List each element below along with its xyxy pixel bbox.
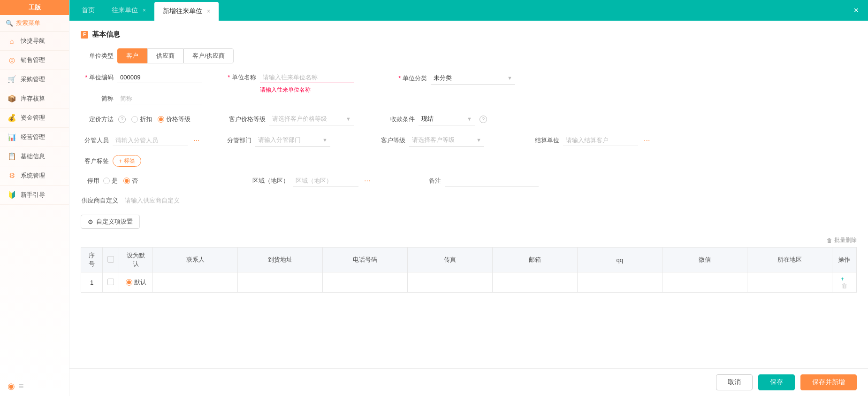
col-seq: 序号 — [81, 248, 103, 272]
fax-input[interactable] — [412, 279, 487, 286]
payment-help-icon[interactable]: ? — [480, 116, 487, 123]
address-input[interactable] — [243, 279, 318, 286]
cell-fax[interactable] — [407, 272, 492, 293]
user-icon[interactable]: ◉ — [8, 381, 15, 391]
custom-settings-button[interactable]: ⚙ 自定义项设置 — [81, 215, 140, 229]
sidebar-logo[interactable]: 工版 — [0, 0, 69, 15]
area-input[interactable] — [293, 175, 358, 186]
radio-no[interactable]: 否 — [123, 177, 138, 185]
disabled-radio-group: 是 否 — [103, 177, 138, 185]
tab-new-contact-close[interactable]: × — [207, 8, 210, 15]
department-label: 分管部门 — [223, 136, 251, 145]
unit-category-label: 单位分类 — [394, 74, 427, 83]
short-name-input[interactable] — [117, 93, 202, 104]
tab-contacts[interactable]: 往来单位 × — [103, 0, 154, 21]
supplier-custom-input[interactable] — [122, 195, 216, 206]
area-more-icon[interactable]: ··· — [362, 177, 372, 185]
wechat-input[interactable] — [667, 279, 742, 286]
tab-home[interactable]: 首页 — [73, 0, 103, 21]
supplier-custom-label: 供应商自定义 — [81, 196, 118, 205]
header-checkbox[interactable] — [107, 256, 114, 263]
sidebar-search[interactable]: 🔍 搜索菜单 — [0, 15, 69, 31]
cell-email[interactable] — [492, 272, 577, 293]
menu-icon[interactable]: ≡ — [19, 381, 24, 391]
sidebar-item-label: 快捷导航 — [21, 37, 45, 45]
unit-code-input[interactable] — [117, 72, 202, 83]
radio-price-level[interactable]: 价格等级 — [158, 115, 190, 124]
form-content: F 基本信息 单位类型 客户 供应商 客户/供应商 单位编码 单位名称 — [69, 21, 868, 368]
cell-address[interactable] — [238, 272, 323, 293]
sidebar-item-finance[interactable]: 💰 资金管理 — [0, 109, 69, 128]
row-checkbox[interactable] — [107, 279, 114, 285]
col-phone: 电话号码 — [323, 248, 408, 272]
sidebar-item-operation[interactable]: 📊 经营管理 — [0, 128, 69, 147]
unit-btn-supplier[interactable]: 供应商 — [147, 48, 183, 63]
phone-input[interactable] — [327, 279, 403, 286]
qq-input[interactable] — [582, 279, 657, 286]
unit-btn-both[interactable]: 客户/供应商 — [183, 48, 234, 63]
plus-icon: + — [119, 158, 122, 164]
cell-qq[interactable] — [577, 272, 662, 293]
pricing-help-icon[interactable]: ? — [118, 116, 126, 123]
sidebar-item-system[interactable]: ⚙ 系统管理 — [0, 166, 69, 186]
radio-price-level-circle — [158, 116, 164, 123]
area-cell-input[interactable] — [752, 279, 827, 286]
radio-yes[interactable]: 是 — [103, 177, 118, 185]
supplier-custom-group: 供应商自定义 — [81, 195, 216, 206]
add-tag-button[interactable]: + 标签 — [113, 155, 141, 167]
category-arrow-icon: ▼ — [507, 75, 512, 81]
save-new-button[interactable]: 保存并新增 — [800, 374, 857, 390]
cell-area[interactable] — [747, 272, 832, 293]
supplier-custom-row: 供应商自定义 — [81, 195, 857, 206]
cell-checkbox[interactable] — [103, 272, 119, 293]
section-basic-info: F 基本信息 — [81, 30, 857, 39]
radio-discount[interactable]: 折扣 — [131, 115, 152, 124]
sidebar-item-basic[interactable]: 📋 基础信息 — [0, 147, 69, 166]
row-default-radio[interactable]: 默认 — [124, 278, 148, 287]
cell-wechat[interactable] — [662, 272, 747, 293]
search-icon: 🔍 — [6, 20, 13, 27]
radio-yes-circle — [103, 178, 110, 184]
close-all-tabs[interactable]: × — [848, 6, 864, 16]
tab-bar: 首页 往来单位 × 新增往来单位 × × — [69, 0, 868, 21]
cancel-button[interactable]: 取消 — [716, 374, 753, 390]
remark-label: 备注 — [422, 177, 441, 185]
save-button[interactable]: 保存 — [758, 374, 795, 390]
department-group: 分管部门 请输入分管部门 ▼ — [223, 134, 355, 147]
table-row: 1 默认 — [81, 272, 857, 293]
settlement-group: 结算单位 ··· — [531, 135, 662, 146]
customer-level-select[interactable]: 请选择客户等级 ▼ — [409, 134, 484, 147]
cell-contact[interactable] — [153, 272, 238, 293]
remark-input[interactable] — [445, 175, 539, 186]
department-select[interactable]: 请输入分管部门 ▼ — [255, 134, 330, 147]
tab-contacts-close[interactable]: × — [143, 7, 146, 14]
settlement-input[interactable] — [563, 135, 638, 146]
contact-input[interactable] — [158, 279, 233, 286]
manager-input[interactable] — [113, 135, 188, 146]
remark-group: 备注 — [422, 175, 554, 186]
batch-delete-button[interactable]: 🗑 批量删除 — [827, 236, 857, 244]
unit-name-input[interactable] — [260, 72, 354, 83]
unit-btn-customer[interactable]: 客户 — [117, 48, 147, 63]
payment-terms-select[interactable]: 现结 ▼ — [419, 113, 475, 125]
customer-price-placeholder: 请选择客户价格等级 — [272, 115, 327, 123]
cell-phone[interactable] — [323, 272, 408, 293]
sidebar-item-purchase[interactable]: 🛒 采购管理 — [0, 70, 69, 89]
sidebar-item-inventory[interactable]: 📦 库存核算 — [0, 89, 69, 109]
table-header-row: 序号 设为默认 联系人 到货地址 电话号码 传真 邮箱 qq 微信 所在地区 操… — [81, 248, 857, 272]
sidebar-item-quick-nav[interactable]: ⌂ 快捷导航 — [0, 31, 69, 51]
tab-new-contact[interactable]: 新增往来单位 × — [154, 2, 219, 21]
unit-category-select[interactable]: 未分类 ▼ — [431, 72, 515, 85]
customer-tag-row: 客户标签 + 标签 — [81, 155, 857, 167]
customer-price-select[interactable]: 请选择客户价格等级 ▼ — [269, 113, 354, 125]
unit-name-error: 请输入往来单位名称 — [260, 86, 311, 94]
pricing-radio-group: 折扣 价格等级 — [131, 115, 190, 124]
disabled-group: 停用 是 否 — [81, 177, 212, 185]
email-input[interactable] — [497, 279, 572, 286]
manager-more-icon[interactable]: ··· — [191, 136, 201, 145]
settlement-more-icon[interactable]: ··· — [642, 136, 652, 145]
sidebar-item-guide[interactable]: 🔰 新手引导 — [0, 186, 69, 205]
delete-row-icon[interactable]: 🗑 — [841, 282, 847, 289]
sidebar-item-sales[interactable]: ◎ 销售管理 — [0, 51, 69, 70]
add-row-icon[interactable]: + — [840, 275, 844, 282]
